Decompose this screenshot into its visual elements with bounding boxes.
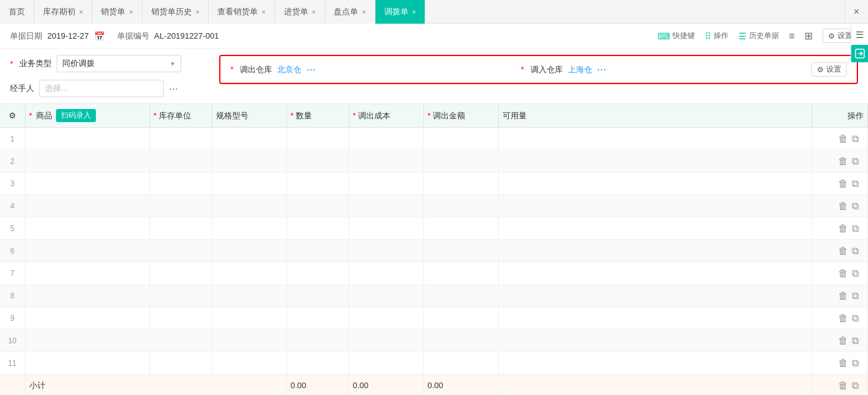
row-amount[interactable] <box>423 330 498 352</box>
row-cost[interactable] <box>349 352 423 374</box>
row-spec[interactable] <box>212 307 286 330</box>
row-unit[interactable] <box>149 195 212 217</box>
row-spec[interactable] <box>212 217 286 240</box>
row-amount[interactable] <box>423 195 498 217</box>
warehouse-settings-button[interactable]: ⚙ 设置 <box>811 62 847 77</box>
row-spec[interactable] <box>212 240 286 262</box>
delete-icon[interactable]: 🗑 <box>838 223 848 234</box>
row-available[interactable] <box>498 285 812 307</box>
copy-icon[interactable]: ⧉ <box>852 268 859 279</box>
row-qty[interactable] <box>286 195 349 217</box>
row-amount[interactable] <box>423 128 498 150</box>
row-amount[interactable] <box>423 307 498 330</box>
row-cost[interactable] <box>349 150 423 173</box>
row-product[interactable] <box>25 217 149 240</box>
tab-sales-order[interactable]: 销货单 × <box>92 0 142 24</box>
row-available[interactable] <box>498 352 812 374</box>
delete-icon[interactable]: 🗑 <box>838 290 848 302</box>
calendar-icon[interactable]: 📅 <box>94 31 105 41</box>
row-qty[interactable] <box>286 262 349 285</box>
row-qty[interactable] <box>286 128 349 150</box>
row-amount[interactable] <box>423 240 498 262</box>
window-close-button[interactable]: × <box>844 0 868 24</box>
row-qty[interactable] <box>286 240 349 262</box>
row-cost[interactable] <box>349 195 423 217</box>
row-qty[interactable] <box>286 307 349 330</box>
copy-icon[interactable]: ⧉ <box>852 201 859 212</box>
tab-inventory-init-close[interactable]: × <box>79 8 83 16</box>
row-qty[interactable] <box>286 285 349 307</box>
tab-sales-history-close[interactable]: × <box>196 8 199 16</box>
row-product[interactable] <box>25 285 149 307</box>
row-unit[interactable] <box>149 352 212 374</box>
row-cost[interactable] <box>349 330 423 352</box>
warehouse-in-more-icon[interactable]: ··· <box>597 63 606 76</box>
tab-sales-order-close[interactable]: × <box>129 8 133 16</box>
row-spec[interactable] <box>212 173 286 195</box>
tab-sales-history[interactable]: 销货单历史 × <box>143 0 209 24</box>
row-available[interactable] <box>498 240 812 262</box>
copy-icon[interactable]: ⧉ <box>852 133 859 145</box>
row-spec[interactable] <box>212 262 286 285</box>
table-settings-gear-icon[interactable]: ⚙ <box>9 111 16 120</box>
tab-view-sales-close[interactable]: × <box>262 8 265 16</box>
row-qty[interactable] <box>286 330 349 352</box>
row-unit[interactable] <box>149 150 212 173</box>
row-unit[interactable] <box>149 128 212 150</box>
delete-icon[interactable]: 🗑 <box>838 201 848 212</box>
copy-icon[interactable]: ⧉ <box>852 290 859 302</box>
row-unit[interactable] <box>149 240 212 262</box>
row-available[interactable] <box>498 262 812 285</box>
row-qty[interactable] <box>286 150 349 173</box>
row-product[interactable] <box>25 330 149 352</box>
tab-purchase[interactable]: 进货单 × <box>275 0 325 24</box>
handler-select[interactable]: 选择... <box>39 80 164 97</box>
row-qty[interactable] <box>286 173 349 195</box>
tab-inventory-init[interactable]: 库存期初 × <box>34 0 92 24</box>
row-product[interactable] <box>25 150 149 173</box>
row-spec[interactable] <box>212 195 286 217</box>
row-spec[interactable] <box>212 352 286 374</box>
tab-view-sales[interactable]: 查看销货单 × <box>209 0 275 24</box>
row-product[interactable] <box>25 128 149 150</box>
tab-stocktake-close[interactable]: × <box>362 8 366 16</box>
copy-icon[interactable]: ⧉ <box>852 358 859 369</box>
row-qty[interactable] <box>286 352 349 374</box>
row-cost[interactable] <box>349 128 423 150</box>
row-product[interactable] <box>25 352 149 374</box>
delete-icon[interactable]: 🗑 <box>838 178 848 189</box>
copy-icon[interactable]: ⧉ <box>852 245 859 257</box>
delete-icon[interactable]: 🗑 <box>838 358 848 369</box>
copy-icon[interactable]: ⧉ <box>852 335 859 346</box>
row-product[interactable] <box>25 240 149 262</box>
shortcut-action[interactable]: ⌨ 快捷键 <box>658 31 695 41</box>
row-cost[interactable] <box>349 240 423 262</box>
row-amount[interactable] <box>423 285 498 307</box>
row-amount[interactable] <box>423 173 498 195</box>
side-list-icon[interactable]: ☰ <box>851 26 869 44</box>
subtotal-delete-icon[interactable]: 🗑 <box>838 380 848 391</box>
handler-more-icon[interactable]: ··· <box>169 83 178 94</box>
row-amount[interactable] <box>423 352 498 374</box>
scan-input-button[interactable]: 扫码录入 <box>56 109 96 122</box>
warehouse-out-more-icon[interactable]: ··· <box>306 63 316 76</box>
copy-icon[interactable]: ⧉ <box>852 156 859 167</box>
tab-stocktake[interactable]: 盘点单 × <box>325 0 375 24</box>
row-amount[interactable] <box>423 262 498 285</box>
row-available[interactable] <box>498 307 812 330</box>
delete-icon[interactable]: 🗑 <box>838 245 848 257</box>
delete-icon[interactable]: 🗑 <box>838 133 848 145</box>
delete-icon[interactable]: 🗑 <box>838 313 848 324</box>
row-unit[interactable] <box>149 262 212 285</box>
row-product[interactable] <box>25 195 149 217</box>
row-unit[interactable] <box>149 285 212 307</box>
row-amount[interactable] <box>423 150 498 173</box>
history-action[interactable]: ☰ 历史单据 <box>738 31 779 41</box>
row-available[interactable] <box>498 173 812 195</box>
row-cost[interactable] <box>349 173 423 195</box>
business-type-select[interactable]: 同价调拨 ▼ <box>57 55 181 72</box>
row-cost[interactable] <box>349 217 423 240</box>
copy-icon[interactable]: ⧉ <box>852 178 859 189</box>
row-product[interactable] <box>25 173 149 195</box>
delete-icon[interactable]: 🗑 <box>838 268 848 279</box>
